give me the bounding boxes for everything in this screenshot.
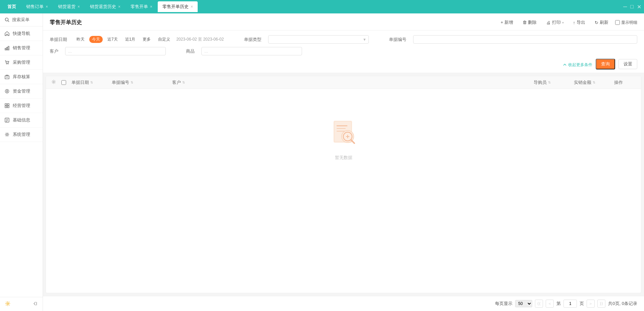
sort-date-icon: ⇅ [90, 81, 93, 84]
window-controls: ─ □ ✕ [623, 4, 641, 10]
tab-close-retail-open[interactable]: × [150, 4, 152, 9]
tab-retail-open[interactable]: 零售开单 × [126, 1, 157, 12]
date-btn-today[interactable]: 今天 [89, 36, 103, 43]
sidebar-collapse-btn[interactable] [32, 301, 38, 308]
date-btn-yesterday[interactable]: 昨天 [74, 36, 87, 43]
date-btn-more[interactable]: 更多 [140, 36, 153, 43]
bill-type-select[interactable]: ▾ [268, 35, 369, 44]
per-page-select[interactable]: 50 100 200 [515, 300, 532, 307]
tab-retail-open-history[interactable]: 零售开单历史 × [158, 1, 198, 12]
svg-point-6 [8, 64, 8, 64]
svg-point-19 [7, 303, 9, 305]
sidebar-item-basic-info[interactable]: 基础信息 [0, 113, 43, 127]
sidebar-item-purchase-mgmt[interactable]: 采购管理 [0, 55, 43, 70]
tab-close-sales-return[interactable]: × [78, 4, 80, 9]
svg-point-21 [53, 81, 54, 83]
info-icon [4, 117, 10, 123]
export-button[interactable]: ↑ 导出 [571, 18, 588, 27]
page-number-input[interactable] [563, 300, 577, 308]
bill-num-input[interactable] [413, 35, 637, 44]
sort-guide-icon: ⇅ [548, 81, 551, 84]
filter-area: 单据日期 昨天 今天 近7天 近1月 更多 自定义 2023-06-02 至 2… [43, 31, 644, 73]
svg-rect-2 [5, 48, 6, 50]
page-header: 零售开单历史 + 新增 🗑 删除 🖨 打印 ▾ ↑ 导出 ↻ 刷新 [43, 13, 644, 31]
home-icon [4, 31, 10, 37]
date-btn-last-month[interactable]: 近1月 [122, 36, 138, 43]
sidebar-settings-btn[interactable] [5, 301, 11, 308]
tab-home[interactable]: 首页 [3, 1, 21, 12]
window-minimize-btn[interactable]: ─ [623, 4, 627, 10]
table-settings-icon[interactable] [49, 80, 59, 85]
filter-date-btns: 昨天 今天 近7天 近1月 更多 自定义 2023-06-02 至 2023-0… [74, 36, 224, 43]
bill-num-label: 单据编号 [389, 37, 406, 43]
system-icon [4, 132, 10, 138]
svg-rect-11 [7, 104, 9, 105]
page-prev-btn[interactable]: ＜ [546, 300, 554, 308]
sidebar-item-inventory[interactable]: 库存核算 [0, 70, 43, 84]
tab-sales-order[interactable]: 销售订单 × [21, 1, 53, 12]
col-amount[interactable]: 实销金额 ⇅ [571, 80, 611, 86]
window-close-btn[interactable]: ✕ [637, 4, 641, 10]
customer-label: 客户 [50, 48, 58, 54]
page-label: 第 [556, 301, 561, 307]
sidebar-item-operations[interactable]: 经营管理 [0, 99, 43, 113]
show-detail-input[interactable] [615, 20, 620, 25]
svg-point-5 [6, 64, 7, 64]
table-header: 单据日期 ⇅ 单据编号 ⇅ 客户 ⇅ 导购员 ⇅ 实销金额 ⇅ [46, 76, 641, 89]
tab-sales-return[interactable]: 销货退货 × [53, 1, 85, 12]
collapse-filter-btn[interactable]: 收起更多条件 [563, 62, 592, 68]
tab-close-retail-open-history[interactable]: × [191, 4, 193, 9]
col-guide[interactable]: 导购员 ⇅ [531, 80, 571, 86]
date-btn-last7[interactable]: 近7天 [105, 36, 120, 43]
main-content: 零售开单历史 + 新增 🗑 删除 🖨 打印 ▾ ↑ 导出 ↻ 刷新 [43, 13, 644, 311]
svg-rect-4 [8, 46, 9, 50]
customer-select[interactable]: ... [65, 47, 166, 55]
col-customer[interactable]: 客户 ⇅ [169, 80, 531, 86]
sidebar-item-finance[interactable]: 资金管理 [0, 84, 43, 99]
add-button[interactable]: + 新增 [498, 18, 516, 27]
filter-row-2: 客户 ... 商品 ... [50, 47, 637, 55]
tab-sales-return-history[interactable]: 销货退货历史 × [85, 1, 125, 12]
toolbar: + 新增 🗑 删除 🖨 打印 ▾ ↑ 导出 ↻ 刷新 显示明细 [498, 18, 637, 27]
product-select[interactable]: ... [201, 47, 302, 55]
sort-customer-icon: ⇅ [182, 81, 185, 84]
svg-point-0 [5, 18, 8, 21]
tab-close-sales-order[interactable]: × [46, 4, 48, 9]
svg-point-18 [6, 134, 8, 136]
date-btn-custom[interactable]: 自定义 [155, 36, 173, 43]
search-icon [4, 17, 10, 23]
col-date[interactable]: 单据日期 ⇅ [69, 80, 109, 86]
page-end-label: 页 [580, 301, 584, 307]
filter-row-1: 单据日期 昨天 今天 近7天 近1月 更多 自定义 2023-06-02 至 2… [50, 35, 637, 44]
empty-text: 暂无数据 [335, 155, 352, 161]
page-last-btn[interactable]: ⟩⟩ [597, 300, 605, 308]
col-num[interactable]: 单据编号 ⇅ [109, 80, 169, 86]
show-detail-checkbox[interactable]: 显示明细 [615, 20, 637, 25]
chart-icon [4, 45, 10, 51]
query-button[interactable]: 查询 [596, 59, 615, 69]
delete-button[interactable]: 🗑 删除 [520, 18, 540, 27]
print-button[interactable]: 🖨 打印 ▾ [544, 18, 566, 27]
date-range-text: 2023-06-02 至 2023-06-02 [176, 37, 224, 42]
window-maximize-btn[interactable]: □ [630, 4, 634, 10]
svg-rect-12 [5, 106, 7, 108]
sidebar-item-system[interactable]: 系统管理 [0, 127, 43, 142]
refresh-button[interactable]: ↻ 刷新 [592, 18, 611, 27]
table-area: 单据日期 ⇅ 单据编号 ⇅ 客户 ⇅ 导购员 ⇅ 实销金额 ⇅ [46, 76, 641, 293]
pagination-bar: 每页显示 50 100 200 ⟨⟨ ＜ 第 页 ＞ ⟩⟩ 共0页, 0条记录 [43, 296, 644, 311]
tab-close-sales-return-history[interactable]: × [118, 4, 120, 9]
svg-rect-3 [7, 47, 8, 50]
sidebar-item-sales-mgmt[interactable]: 销售管理 [0, 41, 43, 55]
sidebar-search[interactable]: 搜索采单 [0, 13, 43, 27]
date-label: 单据日期 [50, 37, 67, 43]
table-select-all[interactable] [59, 80, 69, 85]
sidebar-item-quick-nav[interactable]: 快捷导航 [0, 27, 43, 41]
page-title: 零售开单历史 [50, 19, 82, 26]
svg-line-1 [8, 21, 9, 22]
page-next-btn[interactable]: ＞ [587, 300, 595, 308]
select-all-checkbox[interactable] [61, 80, 66, 85]
page-first-btn[interactable]: ⟨⟨ [535, 300, 543, 308]
settings-button[interactable]: 设置 [618, 59, 637, 69]
svg-rect-13 [7, 106, 9, 108]
empty-state: 暂无数据 [46, 89, 641, 188]
